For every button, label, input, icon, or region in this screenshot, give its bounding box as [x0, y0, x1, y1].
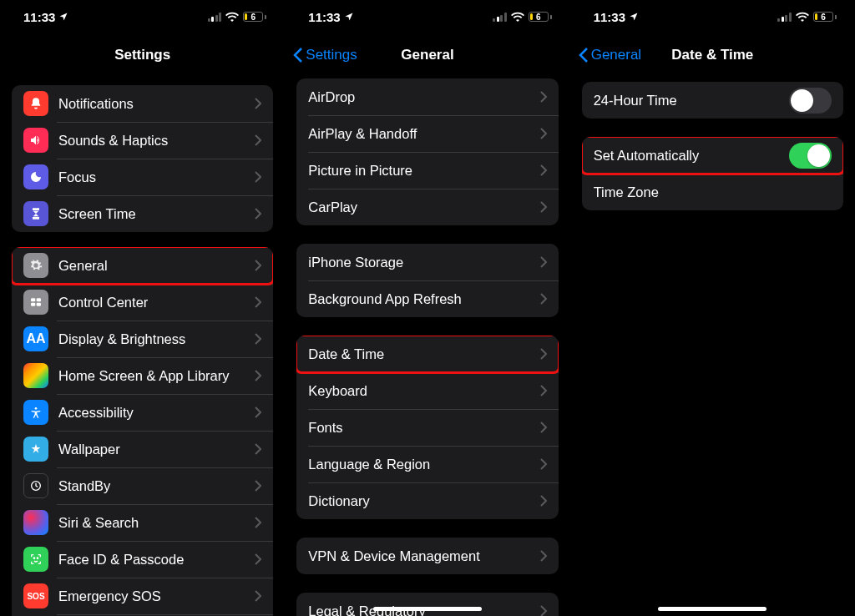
chevron-right-icon — [540, 348, 547, 360]
home-indicator[interactable] — [373, 607, 482, 611]
row-time-zone[interactable]: Time Zone — [582, 174, 843, 210]
status-bar: 11:33 6 — [570, 0, 855, 33]
row-sounds-haptics[interactable]: Sounds & Haptics — [12, 122, 273, 159]
row-airplay-handoff[interactable]: AirPlay & Handoff — [296, 115, 558, 152]
chevron-right-icon — [255, 98, 261, 109]
battery-icon: 6 — [813, 12, 837, 22]
row-label: Display & Brightness — [58, 331, 255, 347]
general-group-2: iPhone Storage Background App Refresh — [296, 244, 558, 317]
chevron-right-icon — [540, 385, 547, 396]
chevron-right-icon — [540, 293, 547, 305]
row-label: Control Center — [58, 295, 255, 311]
row-label: StandBy — [58, 478, 255, 494]
row-24-hour-time[interactable]: 24-Hour Time — [582, 82, 843, 119]
general-group-4: VPN & Device Management — [296, 538, 558, 574]
location-icon — [629, 12, 639, 22]
row-siri-search[interactable]: Siri & Search — [12, 504, 273, 541]
chevron-right-icon — [255, 296, 261, 308]
location-icon — [58, 12, 68, 22]
svg-point-6 — [33, 558, 34, 558]
wifi-icon — [796, 12, 809, 22]
row-label: Sounds & Haptics — [58, 133, 255, 149]
row-control-center[interactable]: Control Center — [12, 284, 273, 321]
back-label: Settings — [306, 47, 357, 63]
row-picture-in-picture[interactable]: Picture in Picture — [296, 152, 558, 189]
svg-rect-3 — [37, 303, 41, 306]
general-group-5: Legal & Regulatory — [296, 593, 558, 616]
cellular-signal-icon — [208, 13, 222, 22]
row-label: Notifications — [58, 96, 255, 112]
home-indicator[interactable] — [658, 607, 766, 611]
chevron-right-icon — [255, 480, 261, 492]
wifi-icon — [225, 12, 239, 22]
chevron-right-icon — [540, 458, 547, 470]
row-airdrop[interactable]: AirDrop — [296, 78, 558, 115]
status-bar: 11:33 6 — [0, 0, 285, 33]
chevron-right-icon — [540, 422, 547, 433]
row-set-automatically[interactable]: Set Automatically — [582, 137, 843, 174]
chevron-right-icon — [540, 495, 547, 507]
row-background-app-refresh[interactable]: Background App Refresh — [296, 280, 558, 317]
chevron-right-icon — [255, 208, 261, 220]
screen-time-icon — [23, 201, 48, 226]
row-label: Emergency SOS — [58, 588, 255, 604]
toggle-24-hour[interactable] — [789, 88, 832, 114]
row-dictionary[interactable]: Dictionary — [296, 482, 558, 519]
chevron-right-icon — [540, 550, 547, 562]
chevron-right-icon — [540, 128, 547, 139]
row-label: Focus — [58, 169, 255, 185]
navbar: Settings — [0, 37, 285, 73]
chevron-right-icon — [255, 134, 261, 146]
svg-rect-1 — [37, 298, 41, 301]
row-notifications[interactable]: Notifications — [12, 85, 273, 122]
row-label: Wallpaper — [58, 442, 255, 457]
navbar: General Date & Time — [570, 37, 855, 73]
row-faceid-passcode[interactable]: Face ID & Passcode — [12, 541, 273, 578]
row-general[interactable]: General — [12, 247, 273, 284]
general-screen: 11:33 6 Settings General AirDrop AirPlay… — [285, 0, 569, 616]
row-standby[interactable]: StandBy — [12, 467, 273, 504]
display-icon: AA — [23, 326, 48, 351]
row-home-screen[interactable]: Home Screen & App Library — [12, 357, 273, 394]
row-date-time[interactable]: Date & Time — [296, 336, 558, 372]
row-language-region[interactable]: Language & Region — [296, 446, 558, 482]
back-button[interactable]: Settings — [293, 37, 357, 73]
row-fonts[interactable]: Fonts — [296, 409, 558, 446]
chevron-right-icon — [255, 333, 261, 345]
back-label: General — [591, 47, 641, 63]
row-screen-time[interactable]: Screen Time — [12, 195, 273, 232]
row-keyboard[interactable]: Keyboard — [296, 372, 558, 409]
back-button[interactable]: General — [579, 37, 641, 73]
row-label: Face ID & Passcode — [58, 552, 255, 568]
cellular-signal-icon — [777, 13, 792, 22]
sounds-icon — [23, 128, 48, 153]
chevron-right-icon — [255, 553, 261, 565]
row-carplay[interactable]: CarPlay — [296, 189, 558, 225]
navbar: Settings General — [285, 37, 569, 73]
svg-point-4 — [35, 407, 38, 410]
row-focus[interactable]: Focus — [12, 159, 273, 195]
status-time: 11:33 — [594, 10, 625, 24]
general-group-3: Date & Time Keyboard Fonts Language & Re… — [296, 336, 558, 519]
row-iphone-storage[interactable]: iPhone Storage — [296, 244, 558, 280]
row-legal-regulatory[interactable]: Legal & Regulatory — [296, 593, 558, 616]
standby-icon — [23, 473, 48, 498]
row-accessibility[interactable]: Accessibility — [12, 394, 273, 431]
status-time: 11:33 — [23, 10, 55, 24]
chevron-right-icon — [540, 164, 547, 176]
row-display-brightness[interactable]: AA Display & Brightness — [12, 321, 273, 357]
row-vpn-device-management[interactable]: VPN & Device Management — [296, 538, 558, 574]
chevron-right-icon — [255, 171, 261, 183]
battery-icon: 6 — [243, 12, 266, 22]
row-label: Screen Time — [58, 206, 255, 222]
wallpaper-icon — [23, 437, 48, 462]
accessibility-icon — [23, 400, 48, 425]
row-wallpaper[interactable]: Wallpaper — [12, 431, 273, 467]
toggle-set-automatically[interactable] — [789, 143, 832, 169]
row-emergency-sos[interactable]: SOS Emergency SOS — [12, 578, 273, 614]
faceid-icon — [23, 547, 48, 572]
chevron-right-icon — [255, 517, 261, 528]
date-time-screen: 11:33 6 General Date & Time 24-Hour Time… — [570, 0, 855, 616]
status-bar: 11:33 6 — [285, 0, 569, 33]
svg-rect-2 — [31, 303, 35, 306]
